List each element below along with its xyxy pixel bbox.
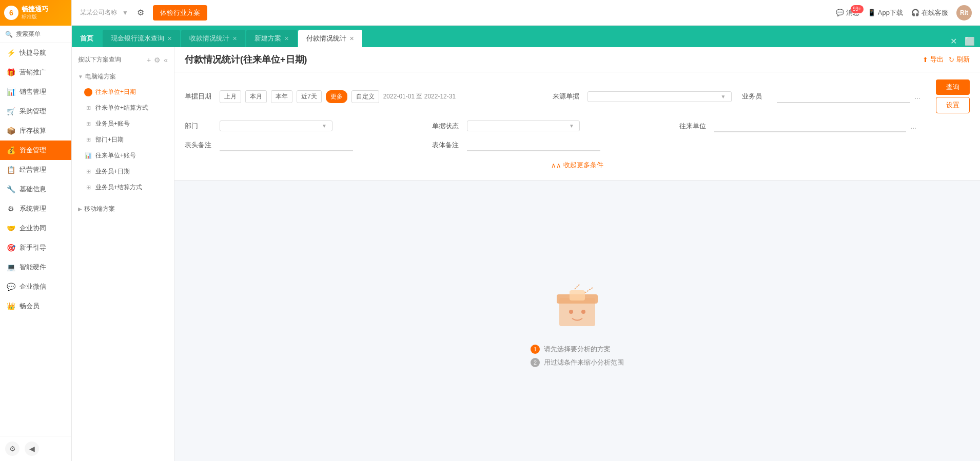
svg-point-4 bbox=[581, 310, 585, 314]
user-avatar[interactable]: Rit bbox=[956, 5, 972, 21]
system-icon: ⚙ bbox=[6, 204, 15, 213]
left-panel: 按以下方案查询 + ⚙ « ▼ 电脑端方案 往来单位 bbox=[72, 47, 174, 461]
sidebar-item-sales[interactable]: 📊 销售管理 bbox=[0, 82, 71, 102]
message-badge: 99+ bbox=[851, 5, 864, 13]
topbar: 某某公司名称 ▼ ⚙ 体验行业方案 💬 消息 99+ 📱 App下载 🎧 在线客… bbox=[72, 0, 980, 26]
tabbar: 首页 现金银行流水查询 ✕ 收款情况统计 ✕ 新建方案 ✕ 付款情况统计 ✕ ✕… bbox=[72, 26, 980, 47]
desktop-schemes-section: ▼ 电脑端方案 往来单位+日期 ⊞ 往来单位+结算方式 bbox=[72, 67, 174, 197]
date-filter-group: 单据日期 上月 本月 本年 近7天 更多 自定义 2022-01-01 至 20… bbox=[185, 90, 542, 103]
tab-payment-close[interactable]: ✕ bbox=[349, 35, 354, 42]
topbar-gear-btn[interactable]: ⚙ bbox=[133, 6, 148, 20]
desktop-schemes-toggle[interactable]: ▼ 电脑端方案 bbox=[72, 69, 174, 84]
sidebar-item-hardware[interactable]: 💻 智能硬件 bbox=[0, 257, 71, 277]
tab-payment[interactable]: 付款情况统计 ✕ bbox=[298, 30, 362, 47]
svg-point-3 bbox=[569, 310, 573, 314]
query-btn[interactable]: 查询 bbox=[936, 79, 970, 95]
setting-btn[interactable]: 设置 bbox=[936, 97, 970, 113]
scheme-settings-btn[interactable]: ⚙ bbox=[154, 56, 161, 64]
tip-num-2: 2 bbox=[531, 358, 540, 367]
settings-bottom-btn[interactable]: ⚙ bbox=[5, 442, 19, 456]
sidebar-item-wechat[interactable]: 💬 企业微信 bbox=[0, 277, 71, 296]
trial-btn[interactable]: 体验行业方案 bbox=[153, 5, 207, 21]
sidebar-item-quick-nav[interactable]: ⚡ 快捷导航 bbox=[0, 43, 71, 63]
source-doc-select[interactable]: ▼ bbox=[587, 91, 732, 102]
collapse-icon: ∧∧ bbox=[551, 162, 561, 169]
export-btn[interactable]: ⬆ 导出 bbox=[923, 55, 944, 64]
svg-rect-2 bbox=[570, 290, 585, 300]
staff-group: 业务员 ... bbox=[742, 90, 921, 103]
app-icon: 📱 bbox=[868, 9, 876, 16]
counterpart-dots: ... bbox=[910, 122, 916, 130]
collapse-panel-btn[interactable]: « bbox=[164, 56, 168, 64]
tab-home[interactable]: 首页 bbox=[72, 30, 102, 47]
close-all-tabs-btn[interactable]: ✕ bbox=[947, 35, 959, 47]
date-7days-btn[interactable]: 近7天 bbox=[297, 90, 322, 103]
right-header: 付款情况统计(往来单位+日期) ⬆ 导出 ↻ 刷新 bbox=[174, 47, 980, 72]
tab-bank-close[interactable]: ✕ bbox=[167, 35, 172, 42]
body-note-input[interactable] bbox=[467, 138, 600, 151]
tab-new-plan-close[interactable]: ✕ bbox=[284, 35, 289, 42]
sidebar-item-cooperation[interactable]: 🤝 企业协同 bbox=[0, 218, 71, 238]
scheme-staff-date[interactable]: ⊞ 业务员+日期 bbox=[72, 164, 174, 179]
sidebar-item-guide[interactable]: 🎯 新手引导 bbox=[0, 238, 71, 257]
filter-row-2: 部门 ▼ 单据状态 ▼ 往来单位 bbox=[185, 119, 970, 132]
header-note-input[interactable] bbox=[220, 138, 353, 151]
date-this-year-btn[interactable]: 本年 bbox=[271, 90, 292, 103]
topbar-right: 💬 消息 99+ 📱 App下载 🎧 在线客服 Rit bbox=[836, 5, 972, 21]
header-actions: ⬆ 导出 ↻ 刷新 bbox=[923, 55, 970, 64]
quick-nav-icon: ⚡ bbox=[6, 48, 15, 57]
sidebar-item-inventory[interactable]: 📦 库存核算 bbox=[0, 121, 71, 141]
sidebar-item-basic[interactable]: 🔧 基础信息 bbox=[0, 179, 71, 199]
refresh-btn[interactable]: ↻ 刷新 bbox=[949, 55, 970, 64]
dept-select[interactable]: ▼ bbox=[220, 121, 332, 131]
doc-status-group: 单据状态 ▼ bbox=[432, 121, 669, 131]
doc-status-select[interactable]: ▼ bbox=[467, 121, 580, 131]
desktop-schemes-arrow: ▼ bbox=[78, 74, 83, 79]
sidebar-item-purchase[interactable]: 🛒 采购管理 bbox=[0, 102, 71, 121]
tab-receipt-close[interactable]: ✕ bbox=[232, 35, 237, 42]
collapse-sidebar-btn[interactable]: ◀ bbox=[25, 442, 39, 456]
mobile-schemes-toggle[interactable]: ▶ 移动端方案 bbox=[72, 202, 174, 216]
expand-tab-btn[interactable]: ⬜ bbox=[964, 35, 976, 47]
scheme-counterpart-account[interactable]: 📊 往来单位+账号 bbox=[72, 148, 174, 164]
date-last-month-btn[interactable]: 上月 bbox=[220, 90, 241, 103]
mobile-schemes-arrow: ▶ bbox=[78, 206, 82, 212]
sidebar-item-marketing[interactable]: 🎁 营销推广 bbox=[0, 63, 71, 82]
staff-dots: ... bbox=[914, 92, 920, 101]
date-custom-btn[interactable]: 自定义 bbox=[351, 90, 379, 103]
empty-svg bbox=[546, 275, 608, 336]
app-download-btn[interactable]: 📱 App下载 bbox=[868, 8, 903, 17]
scheme-counterpart-settle[interactable]: ⊞ 往来单位+结算方式 bbox=[72, 100, 174, 116]
sidebar-item-operations[interactable]: 📋 经营管理 bbox=[0, 160, 71, 179]
sidebar-item-vip[interactable]: 👑 畅会员 bbox=[0, 296, 71, 316]
tab-bank[interactable]: 现金银行流水查询 ✕ bbox=[103, 30, 180, 47]
online-service-btn[interactable]: 🎧 在线客服 bbox=[911, 8, 948, 17]
search-menu[interactable]: 🔍 搜索菜单 bbox=[0, 26, 71, 43]
scheme-counterpart-date[interactable]: 往来单位+日期 bbox=[72, 84, 174, 100]
sidebar-item-finance[interactable]: 💰 资金管理 bbox=[0, 141, 71, 160]
doc-status-arrow: ▼ bbox=[569, 123, 574, 129]
date-this-month-btn[interactable]: 本月 bbox=[245, 90, 267, 103]
scheme-staff-settle[interactable]: ⊞ 业务员+结算方式 bbox=[72, 179, 174, 195]
messages-btn[interactable]: 💬 消息 99+ bbox=[836, 8, 859, 17]
body-note-label: 表体备注 bbox=[432, 141, 463, 150]
staff-input[interactable] bbox=[777, 90, 911, 103]
staff-label: 业务员 bbox=[742, 92, 773, 101]
scheme-dept-date[interactable]: ⊞ 部门+日期 bbox=[72, 132, 174, 148]
source-doc-arrow: ▼ bbox=[721, 94, 726, 99]
counterpart-input[interactable] bbox=[714, 119, 906, 132]
tab-receipt[interactable]: 收款情况统计 ✕ bbox=[181, 30, 245, 47]
tabbar-actions: ✕ ⬜ bbox=[947, 35, 980, 47]
date-more-btn[interactable]: 更多 bbox=[326, 90, 347, 103]
doc-status-label: 单据状态 bbox=[432, 122, 463, 131]
empty-tips: 1 请先选择要分析的方案 2 用过滤条件来缩小分析范围 bbox=[531, 345, 624, 367]
collapse-conditions-btn[interactable]: ∧∧ 收起更多条件 bbox=[543, 157, 612, 173]
add-scheme-btn[interactable]: + bbox=[147, 56, 151, 64]
scheme-staff-account[interactable]: ⊞ 业务员+账号 bbox=[72, 116, 174, 132]
vip-icon: 👑 bbox=[6, 302, 15, 311]
breadcrumb-arrow: ▼ bbox=[122, 9, 128, 16]
sidebar-item-system[interactable]: ⚙ 系统管理 bbox=[0, 199, 71, 218]
dept-arrow: ▼ bbox=[322, 123, 327, 129]
wechat-icon: 💬 bbox=[6, 282, 15, 291]
tab-new-plan[interactable]: 新建方案 ✕ bbox=[246, 30, 297, 47]
